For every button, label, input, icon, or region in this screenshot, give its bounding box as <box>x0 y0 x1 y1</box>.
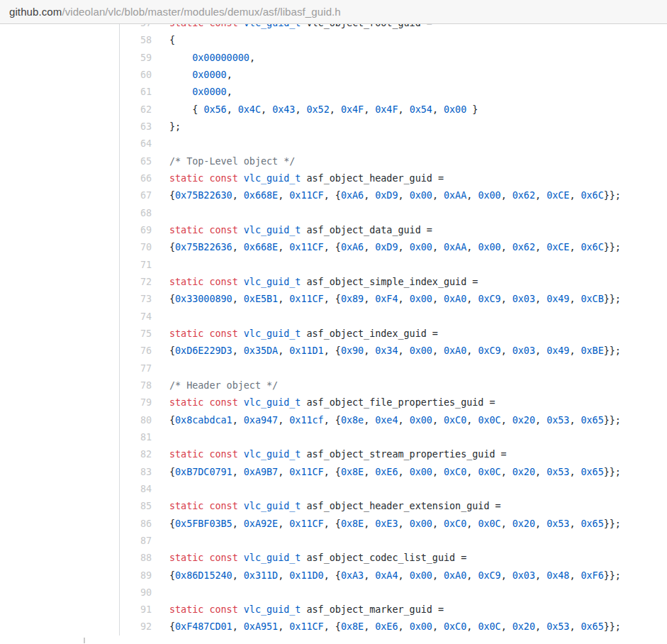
keyword-token: static const <box>169 24 238 28</box>
plain-token: { <box>169 518 175 529</box>
line-number[interactable]: 78 <box>120 377 152 394</box>
plain-token: , <box>535 242 547 252</box>
code-text <box>152 257 169 274</box>
plain-token: }}; <box>604 518 621 529</box>
plain-token: { <box>169 345 175 356</box>
line-number[interactable]: 68 <box>120 205 152 222</box>
code-line: 67{0x75B22630, 0x668E, 0x11CF, {0xA6, 0x… <box>120 187 667 204</box>
line-number[interactable]: 73 <box>120 291 152 308</box>
hex-constant-token: 0x43 <box>272 104 295 115</box>
hex-constant-token: 0x11CF <box>289 242 323 252</box>
line-number[interactable]: 86 <box>120 516 152 533</box>
line-number[interactable]: 65 <box>120 153 152 170</box>
line-number[interactable]: 63 <box>120 118 152 135</box>
hex-constant-token: 0x65 <box>581 518 604 529</box>
code-text: static const vlc_guid_t asf_object_strea… <box>152 446 507 463</box>
hex-constant-token: 0x11CF <box>289 621 323 632</box>
line-number[interactable]: 75 <box>120 326 152 343</box>
plain-token: , <box>364 190 375 201</box>
keyword-token: static const <box>169 173 238 184</box>
code-line: 83{0xB7DC0791, 0xA9B7, 0x11CF, {0x8E, 0x… <box>120 464 667 481</box>
hex-constant-token: 0x668E <box>244 242 278 252</box>
line-number[interactable]: 62 <box>120 101 152 118</box>
plain-token: }}; <box>604 294 621 304</box>
line-number[interactable]: 84 <box>120 481 152 498</box>
hex-constant-token: 0x20 <box>512 467 535 477</box>
hex-constant-token: 0x11CF <box>289 294 323 304</box>
line-number[interactable]: 74 <box>120 309 152 326</box>
plain-token: , <box>569 294 581 304</box>
hex-constant-token: 0xAA <box>444 242 466 252</box>
plain-token: , <box>232 294 244 304</box>
plain-token: , <box>432 345 444 356</box>
line-number[interactable]: 76 <box>120 343 152 360</box>
line-number[interactable]: 69 <box>120 222 152 239</box>
code-text <box>152 135 169 152</box>
line-number[interactable]: 67 <box>120 187 152 204</box>
github-blob-page: 57static const vlc_guid_t vlc_object_roo… <box>0 24 667 644</box>
comment-token: /* Top-Level object */ <box>169 156 295 167</box>
line-number[interactable]: 85 <box>120 498 152 515</box>
line-number[interactable]: 88 <box>120 550 152 567</box>
line-number[interactable]: 91 <box>120 601 152 618</box>
code-line: 86{0x5FBF03B5, 0xA92E, 0x11CF, {0x8E, 0x… <box>120 516 667 533</box>
line-number[interactable]: 89 <box>120 567 152 584</box>
line-number[interactable]: 81 <box>120 429 152 446</box>
plain-token: , <box>278 415 289 426</box>
line-number[interactable]: 77 <box>120 360 152 377</box>
line-number[interactable]: 82 <box>120 446 152 463</box>
line-number[interactable]: 80 <box>120 412 152 429</box>
code-line: 81 <box>120 429 667 446</box>
line-number[interactable]: 60 <box>120 67 152 84</box>
line-number[interactable]: 71 <box>120 257 152 274</box>
plain-token: asf_object_simple_index_guid = <box>301 277 478 287</box>
keyword-token: static const <box>169 604 238 615</box>
plain-token: , <box>466 570 478 581</box>
plain-token: , <box>232 345 244 356</box>
hex-constant-token: 0xE5B1 <box>244 294 278 304</box>
line-number[interactable]: 61 <box>120 84 152 101</box>
code-text <box>152 533 169 550</box>
code-line: 62 { 0x56, 0x4C, 0x43, 0x52, 0x4F, 0x4F,… <box>120 101 667 118</box>
line-number[interactable]: 87 <box>120 533 152 550</box>
browser-address-bar[interactable]: github.com/videolan/vlc/blob/master/modu… <box>0 0 667 24</box>
plain-token: , <box>295 104 306 115</box>
hex-constant-token: 0x00000000 <box>192 52 250 63</box>
line-number[interactable]: 72 <box>120 274 152 291</box>
hex-constant-token: 0x03 <box>512 345 535 356</box>
type-token: vlc_guid_t <box>244 501 301 511</box>
hex-constant-token: 0xF4 <box>375 294 398 304</box>
line-number[interactable]: 90 <box>120 584 152 601</box>
plain-token: , <box>278 621 289 632</box>
stray-cursor-mark <box>84 638 85 643</box>
plain-token: , { <box>324 621 341 632</box>
plain-token: , <box>398 570 410 581</box>
line-number[interactable]: 92 <box>120 618 152 635</box>
plain-token: , <box>398 415 410 426</box>
line-number[interactable]: 59 <box>120 50 152 67</box>
plain-token: , { <box>324 518 341 529</box>
hex-constant-token: 0xC9 <box>478 294 500 304</box>
hex-constant-token: 0xA6 <box>341 242 364 252</box>
line-number[interactable]: 66 <box>120 170 152 187</box>
hex-constant-token: 0x00 <box>410 415 432 426</box>
type-token: vlc_guid_t <box>244 553 301 563</box>
line-number[interactable]: 57 <box>120 24 152 32</box>
plain-token: , <box>501 242 512 252</box>
plain-token: asf_object_header_extension_guid = <box>301 501 500 511</box>
hex-constant-token: 0xE6 <box>375 621 398 632</box>
line-number[interactable]: 64 <box>120 135 152 152</box>
plain-token: , <box>432 621 444 632</box>
line-number[interactable]: 70 <box>120 239 152 256</box>
hex-constant-token: 0x00 <box>410 467 432 477</box>
code-line: 88static const vlc_guid_t asf_object_cod… <box>120 550 667 567</box>
line-number[interactable]: 58 <box>120 32 152 49</box>
plain-token: , <box>535 294 547 304</box>
line-number[interactable]: 79 <box>120 394 152 411</box>
code-text: 0x0000, <box>152 67 232 84</box>
line-number[interactable]: 83 <box>120 464 152 481</box>
code-line: 84 <box>120 481 667 498</box>
comment-token: /* Header object */ <box>169 380 278 391</box>
code-line: 78/* Header object */ <box>120 377 667 394</box>
code-line: 92{0xF487CD01, 0xA951, 0x11CF, {0x8E, 0x… <box>120 618 667 635</box>
